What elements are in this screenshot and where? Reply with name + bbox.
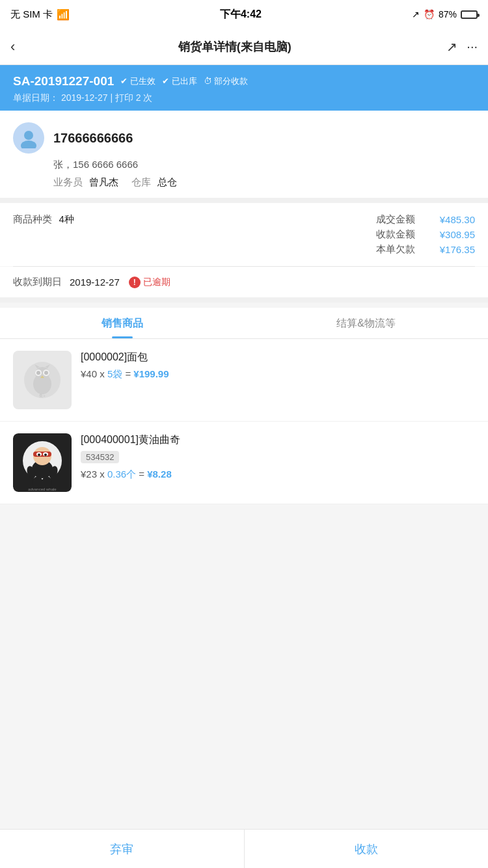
product-qty-1: 5袋 [107, 368, 122, 379]
customer-meta: 业务员 曾凡杰 仓库 总仓 [13, 176, 475, 189]
order-id: SA-20191227-001 [13, 74, 114, 88]
svg-point-21 [44, 454, 47, 456]
svg-text:鱼+: 鱼+ [39, 394, 46, 398]
overdue-badge: ! 已逾期 [129, 277, 170, 288]
order-header: SA-20191227-001 ✔ 已生效 ✔ 已出库 ⏱ 部分收款 单据日期：… [0, 65, 488, 111]
kinds-value: 4种 [59, 213, 74, 224]
tabs-section: 销售商品 结算&物流等 [0, 308, 488, 339]
product-name-2: [000400001]黄油曲奇 [81, 433, 475, 447]
stat-owed-label: 本单欠款 [376, 243, 415, 256]
customer-name: 17666666666 [53, 131, 133, 146]
carrier-text: 无 SIM 卡 [10, 8, 53, 21]
sales-value: 曾凡杰 [89, 176, 118, 187]
product-eq-2: = [136, 468, 147, 480]
warehouse-value: 总仓 [157, 176, 177, 187]
product-price-1: ¥40 x [81, 368, 107, 379]
print-info: | 打印 2 次 [110, 92, 152, 103]
status-left: 无 SIM 卡 📶 [10, 8, 70, 21]
due-section: 收款到期日 2019-12-27 ! 已逾期 [0, 267, 488, 297]
stats-section: 商品种类 4种 成交金额 ¥485.30 收款金额 ¥308.95 本单欠款 ¥… [0, 203, 488, 266]
svg-point-1 [21, 141, 36, 148]
battery-bar [461, 10, 478, 19]
product-list: 鱼+ [0000002]面包 ¥40 x 5袋 = ¥199.99 [0, 339, 488, 504]
stat-deal-label: 成交金额 [376, 213, 415, 226]
bottom-spacer [0, 504, 488, 556]
product-thumb-2: advanced whale [13, 433, 72, 492]
product-info-1: [0000002]面包 ¥40 x 5袋 = ¥199.99 [81, 351, 475, 381]
product-name-1: [0000002]面包 [81, 351, 475, 364]
page-title: 销货单详情(来自电脑) [23, 39, 446, 55]
stat-row-collect: 收款金额 ¥308.95 [376, 228, 475, 241]
svg-point-8 [44, 371, 48, 375]
wifi-icon: 📶 [57, 8, 70, 21]
svg-point-0 [24, 131, 33, 140]
order-date: 2019-12-27 [61, 92, 108, 103]
svg-point-20 [38, 454, 40, 456]
product-sku-2: 534532 [81, 451, 119, 463]
product-thumb-placeholder-1: 鱼+ [23, 360, 62, 400]
product-thumb-image-2: advanced whale [13, 433, 72, 492]
back-button[interactable]: ‹ [10, 38, 23, 55]
product-price-row-2: ¥23 x 0.36个 = ¥8.28 [81, 468, 475, 481]
divider-1 [0, 198, 488, 203]
status-bar: 无 SIM 卡 📶 下午4:42 ↗ ⏰ 87% [0, 0, 488, 29]
product-price-2: ¥23 x [81, 468, 107, 480]
bottom-bar: 弃审 收款 [0, 829, 488, 868]
product-item-2: advanced whale [000400001]黄油曲奇 534532 ¥2… [0, 422, 488, 504]
stats-right: 成交金额 ¥485.30 收款金额 ¥308.95 本单欠款 ¥176.35 [376, 213, 475, 256]
due-date: 2019-12-27 [70, 277, 120, 288]
cancel-button[interactable]: 弃审 [0, 830, 245, 868]
date-label: 单据日期： [13, 92, 59, 103]
tab-sales-products[interactable]: 销售商品 [0, 308, 244, 338]
stat-owed-value: ¥176.35 [423, 244, 475, 255]
badge-partial: ⏱ 部分收款 [204, 75, 249, 87]
product-info-2: [000400001]黄油曲奇 534532 ¥23 x 0.36个 = ¥8.… [81, 433, 475, 481]
product-item-1: 鱼+ [0000002]面包 ¥40 x 5袋 = ¥199.99 [0, 339, 488, 422]
product-qty-2: 0.36个 [107, 468, 136, 480]
stat-collect-label: 收款金额 [376, 228, 415, 241]
badge-shipped: ✔ 已出库 [162, 75, 197, 87]
alarm-icon: ⏰ [424, 9, 435, 20]
badge-effective: ✔ 已生效 [120, 75, 156, 87]
svg-point-7 [36, 371, 40, 375]
stat-row-owed: 本单欠款 ¥176.35 [376, 243, 475, 256]
product-eq-1: = [122, 368, 133, 379]
stat-deal-value: ¥485.30 [423, 214, 475, 225]
status-time: 下午4:42 [220, 8, 262, 21]
status-right: ↗ ⏰ 87% [412, 9, 478, 20]
customer-section: 17666666666 张，156 6666 6666 业务员 曾凡杰 仓库 总… [0, 111, 488, 198]
more-button[interactable]: ··· [467, 39, 478, 54]
nav-bar: ‹ 销货单详情(来自电脑) ↗ ··· [0, 29, 488, 65]
avatar-icon [18, 128, 39, 148]
battery-percent: 87% [439, 9, 457, 20]
sales-label: 业务员 [53, 176, 83, 187]
share-button[interactable]: ↗ [446, 39, 457, 55]
stat-collect-value: ¥308.95 [423, 229, 475, 240]
product-total-1: ¥199.99 [133, 368, 169, 379]
location-icon: ↗ [412, 9, 420, 20]
divider-2 [0, 297, 488, 303]
kinds-label: 商品种类 [13, 213, 52, 224]
avatar [13, 122, 44, 154]
svg-rect-17 [33, 452, 51, 457]
tab-settlement[interactable]: 结算&物流等 [244, 308, 488, 338]
overdue-icon: ! [129, 277, 141, 288]
product-thumb-1: 鱼+ [13, 351, 72, 409]
warehouse-label: 仓库 [131, 176, 151, 187]
svg-text:advanced whale: advanced whale [28, 487, 57, 491]
stat-row-deal: 成交金额 ¥485.30 [376, 213, 475, 226]
customer-detail: 张，156 6666 6666 [13, 159, 475, 171]
overdue-text: 已逾期 [143, 277, 170, 288]
product-total-2: ¥8.28 [147, 468, 172, 480]
product-price-row-1: ¥40 x 5袋 = ¥199.99 [81, 368, 475, 381]
due-label: 收款到期日 [13, 276, 62, 288]
collect-button[interactable]: 收款 [245, 830, 489, 868]
nav-actions: ↗ ··· [446, 39, 478, 55]
